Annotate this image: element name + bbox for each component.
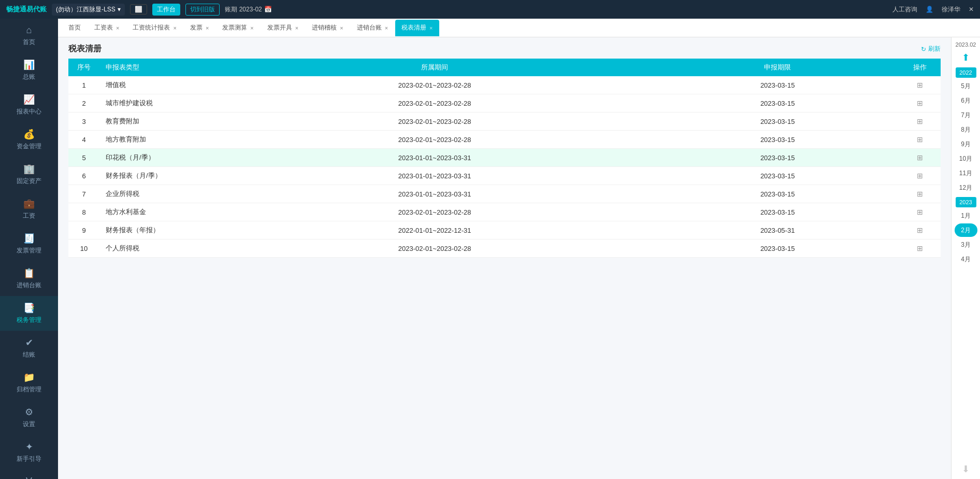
tab-home-label: 首页 bbox=[68, 23, 81, 32]
period-label: 账期 bbox=[225, 5, 237, 14]
sidebar-item-guide[interactable]: ✦ 新手引导 bbox=[0, 435, 58, 470]
panel-month-item[interactable]: 9月 bbox=[955, 137, 977, 151]
action-icon[interactable]: ⊞ bbox=[917, 99, 923, 107]
panel-month-item[interactable]: 7月 bbox=[955, 108, 977, 122]
action-icon[interactable]: ⊞ bbox=[917, 153, 923, 162]
username[interactable]: 徐泽华 bbox=[942, 5, 960, 14]
sidebar-item-invoice[interactable]: 🧾 发票管理 bbox=[0, 227, 58, 261]
panel-month-item[interactable]: 8月 bbox=[955, 123, 977, 136]
tab-salary-table-close[interactable]: × bbox=[116, 25, 119, 31]
tab-tax-list[interactable]: 税表清册 × bbox=[395, 20, 439, 36]
cell-action[interactable]: ⊞ bbox=[899, 185, 941, 203]
col-deadline: 申报期限 bbox=[656, 59, 899, 76]
sidebar-item-archive[interactable]: 📁 归档管理 bbox=[0, 365, 58, 400]
panel-month-item[interactable]: 3月 bbox=[955, 238, 977, 251]
cell-action[interactable]: ⊞ bbox=[899, 112, 941, 131]
panel-down-arrow[interactable]: ⬇ bbox=[960, 461, 972, 477]
sidebar-item-ledger[interactable]: 📊 总账 bbox=[0, 53, 58, 88]
sidebar-item-tax[interactable]: 📑 税务管理 bbox=[0, 296, 58, 331]
action-icon[interactable]: ⊞ bbox=[917, 244, 923, 252]
tab-purchase-ledger[interactable]: 进销台账 × bbox=[351, 20, 394, 36]
tab-purchase-check[interactable]: 进销稽核 × bbox=[306, 20, 349, 36]
action-icon[interactable]: ⊞ bbox=[917, 81, 923, 89]
sidebar: ⌂ 首页 📊 总账 📈 报表中心 💰 资金管理 🏢 固定资产 💼 工资 🧾 发票… bbox=[0, 19, 58, 479]
sidebar-item-assets[interactable]: 🏢 固定资产 bbox=[0, 157, 58, 192]
cell-type: 教育费附加 bbox=[99, 112, 213, 131]
table-row: 5 印花税（月/季） 2023-01-01~2023-03-31 2023-03… bbox=[68, 149, 941, 167]
panel-month-item[interactable]: 2月 bbox=[955, 223, 977, 237]
tab-salary-table[interactable]: 工资表 × bbox=[88, 20, 125, 36]
tab-invoice-open[interactable]: 发票开具 × bbox=[261, 20, 305, 36]
settlement-icon: ✔ bbox=[25, 337, 33, 348]
sidebar-label-purchase: 进销台账 bbox=[17, 281, 41, 290]
cell-action[interactable]: ⊞ bbox=[899, 167, 941, 185]
action-icon[interactable]: ⊞ bbox=[917, 190, 923, 198]
action-icon[interactable]: ⊞ bbox=[917, 208, 923, 216]
workspace-button[interactable]: 工作台 bbox=[152, 4, 180, 16]
cell-action[interactable]: ⊞ bbox=[899, 240, 941, 258]
company-selector[interactable]: (勿动）江西脉显-LSS ▾ bbox=[52, 4, 125, 16]
panel-year-tag[interactable]: 2022 bbox=[956, 67, 976, 78]
panel-month-item[interactable]: 5月 bbox=[955, 79, 977, 93]
calendar-icon[interactable]: 📅 bbox=[264, 6, 272, 13]
panel-year-tag[interactable]: 2023 bbox=[956, 197, 976, 207]
switch-version-button[interactable]: 切到旧版 bbox=[185, 4, 220, 16]
refresh-label: 刷新 bbox=[928, 45, 941, 53]
cell-deadline: 2023-03-15 bbox=[656, 167, 899, 185]
cell-action[interactable]: ⊞ bbox=[899, 221, 941, 240]
sidebar-label-archive: 归档管理 bbox=[17, 385, 41, 394]
cell-action[interactable]: ⊞ bbox=[899, 94, 941, 112]
sidebar-item-home[interactable]: ⌂ 首页 bbox=[0, 19, 58, 53]
sidebar-label-settlement: 结账 bbox=[23, 350, 35, 359]
salary-icon: 💼 bbox=[23, 198, 35, 209]
sidebar-item-settings[interactable]: ⚙ 设置 bbox=[0, 400, 58, 435]
tab-purchase-ledger-close[interactable]: × bbox=[385, 25, 388, 31]
sidebar-item-fund[interactable]: 💰 资金管理 bbox=[0, 122, 58, 157]
app-logo: 畅捷通易代账 bbox=[6, 5, 47, 14]
action-icon[interactable]: ⊞ bbox=[917, 117, 923, 125]
panel-up-arrow[interactable]: ⬆ bbox=[960, 50, 972, 65]
panel-month-item[interactable]: 10月 bbox=[955, 152, 977, 165]
panel-month-item[interactable]: 11月 bbox=[955, 166, 977, 180]
refresh-button[interactable]: ↻ 刷新 bbox=[921, 45, 941, 53]
tab-salary-report-close[interactable]: × bbox=[173, 25, 176, 31]
panel-month-item[interactable]: 4月 bbox=[955, 252, 977, 266]
sidebar-item-purchase[interactable]: 📋 进销台账 bbox=[0, 261, 58, 296]
tab-invoice-calc-close[interactable]: × bbox=[250, 25, 253, 31]
tab-invoice-open-close[interactable]: × bbox=[295, 25, 298, 31]
cell-action[interactable]: ⊞ bbox=[899, 149, 941, 167]
cell-action[interactable]: ⊞ bbox=[899, 203, 941, 221]
cell-action[interactable]: ⊞ bbox=[899, 131, 941, 149]
right-panel: 2023.02 ⬆ 20225月6月7月8月9月10月11月12月20231月2… bbox=[951, 37, 980, 479]
tab-invoice-close[interactable]: × bbox=[206, 25, 209, 31]
sidebar-item-settlement[interactable]: ✔ 结账 bbox=[0, 331, 58, 365]
tab-purchase-check-close[interactable]: × bbox=[340, 25, 343, 31]
tab-home[interactable]: 首页 bbox=[62, 20, 87, 36]
tab-invoice-calc[interactable]: 发票测算 × bbox=[216, 20, 260, 36]
sidebar-item-member[interactable]: V 畅会员 bbox=[0, 470, 58, 479]
panel-month-item[interactable]: 12月 bbox=[955, 181, 977, 194]
panel-month-item[interactable]: 6月 bbox=[955, 94, 977, 107]
panel-month-item[interactable]: 1月 bbox=[955, 209, 977, 222]
tab-tax-list-close[interactable]: × bbox=[429, 25, 433, 31]
sidebar-item-salary[interactable]: 💼 工资 bbox=[0, 192, 58, 227]
ledger-icon: 📊 bbox=[23, 59, 35, 71]
action-icon[interactable]: ⊞ bbox=[917, 226, 923, 234]
table-row: 2 城市维护建设税 2023-02-01~2023-02-28 2023-03-… bbox=[68, 94, 941, 112]
action-icon[interactable]: ⊞ bbox=[917, 172, 923, 180]
table-row: 10 个人所得税 2023-02-01~2023-02-28 2023-03-1… bbox=[68, 240, 941, 258]
sidebar-item-report[interactable]: 📈 报表中心 bbox=[0, 88, 58, 122]
cell-type: 增值税 bbox=[99, 76, 213, 94]
report-icon: 📈 bbox=[23, 94, 35, 105]
action-icon[interactable]: ⊞ bbox=[917, 135, 923, 144]
period-display: 账期 2023-02 📅 bbox=[225, 5, 272, 14]
tab-tax-list-label: 税表清册 bbox=[401, 23, 426, 32]
tab-invoice[interactable]: 发票 × bbox=[184, 20, 215, 36]
tab-salary-report[interactable]: 工资统计报表 × bbox=[126, 20, 182, 36]
ai-consult-btn[interactable]: 人工咨询 bbox=[892, 5, 917, 14]
sidebar-label-fund: 资金管理 bbox=[17, 142, 41, 151]
cell-action[interactable]: ⊞ bbox=[899, 76, 941, 94]
copy-button[interactable]: ⬜ bbox=[130, 4, 147, 15]
window-close-icon[interactable]: ✕ bbox=[969, 6, 974, 13]
tab-purchase-check-label: 进销稽核 bbox=[312, 23, 337, 32]
